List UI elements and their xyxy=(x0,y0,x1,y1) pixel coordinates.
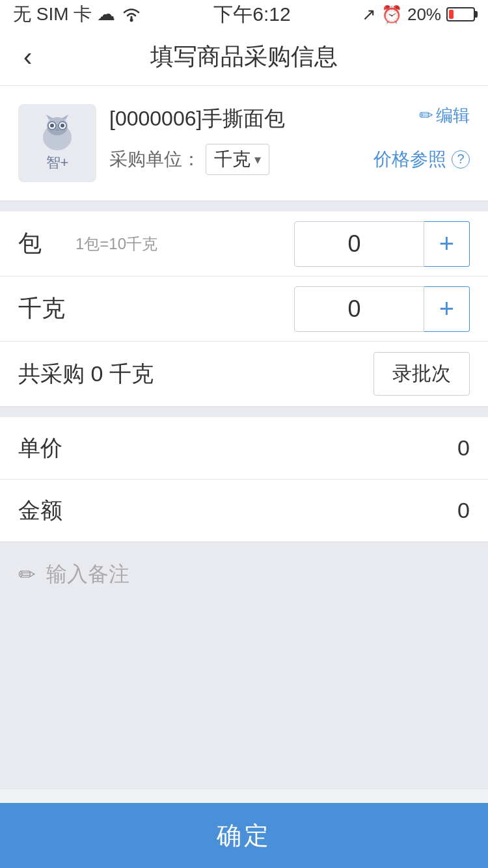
status-time: 下午6:12 xyxy=(213,1,290,28)
svg-point-0 xyxy=(130,19,133,22)
battery-percent: 20% xyxy=(407,5,441,25)
help-icon: ? xyxy=(452,150,470,169)
confirm-button[interactable]: 确定 xyxy=(0,803,488,868)
amount-row: 金额 0 xyxy=(0,480,488,542)
kg-plus-button[interactable]: + xyxy=(424,286,470,332)
page-title: 填写商品采购信息 xyxy=(150,41,338,73)
price-section: 单价 0 金额 0 xyxy=(0,417,488,542)
product-info: [0000006]手撕面包 ✏编辑 采购单位： 千克 ▾ 价格参照 ? xyxy=(109,104,470,175)
batch-button[interactable]: 录批次 xyxy=(373,352,470,396)
unit-price-row: 单价 0 xyxy=(0,417,488,480)
dropdown-arrow: ▾ xyxy=(254,152,261,167)
summary-text: 共采购 0 千克 xyxy=(18,359,154,389)
amount-value: 0 xyxy=(457,498,470,523)
note-section[interactable]: ✏ 输入备注 xyxy=(0,542,488,607)
unit-select[interactable]: 千克 ▾ xyxy=(206,144,269,175)
price-ref-button[interactable]: 价格参照 ? xyxy=(373,147,470,172)
separator-2 xyxy=(0,407,488,417)
kg-input-row: 千克 + xyxy=(0,277,488,342)
unit-price-label: 单价 xyxy=(18,433,62,463)
amount-label: 金额 xyxy=(18,496,62,526)
input-section: 包 1包=10千克 + 千克 + xyxy=(0,211,488,342)
product-logo-text: 智+ xyxy=(46,153,69,172)
owl-logo xyxy=(34,115,80,150)
svg-point-5 xyxy=(50,124,54,128)
content-body xyxy=(0,607,488,789)
sim-text: 无 SIM 卡 ☁ xyxy=(13,2,115,27)
status-right: ↗ ⏰ 20% xyxy=(362,5,475,25)
unit-label: 采购单位： xyxy=(109,147,200,172)
product-card: 智+ [0000006]手撕面包 ✏编辑 采购单位： 千克 ▾ 价格参照 ? xyxy=(0,86,488,201)
note-placeholder: 输入备注 xyxy=(46,560,129,589)
kg-label: 千克 xyxy=(18,293,70,325)
bag-label: 包 xyxy=(18,228,70,260)
bag-sublabel: 1包=10千克 xyxy=(75,234,157,254)
edit-button[interactable]: ✏编辑 xyxy=(419,104,470,127)
status-left: 无 SIM 卡 ☁ xyxy=(13,2,142,27)
product-name: [0000006]手撕面包 xyxy=(109,104,285,133)
kg-input-wrap: + xyxy=(294,286,470,332)
bag-input-wrap: + xyxy=(294,221,470,267)
unit-price-value: 0 xyxy=(457,435,470,461)
alarm-icon: ⏰ xyxy=(381,5,402,25)
bag-input-row: 包 1包=10千克 + xyxy=(0,211,488,277)
summary-row: 共采购 0 千克 录批次 xyxy=(0,342,488,407)
nav-bar: ‹ 填写商品采购信息 xyxy=(0,29,488,86)
bag-plus-button[interactable]: + xyxy=(424,221,470,267)
kg-input[interactable] xyxy=(294,286,424,332)
bag-input[interactable] xyxy=(294,221,424,267)
separator-1 xyxy=(0,201,488,211)
product-image: 智+ xyxy=(18,104,96,182)
pencil-icon: ✏ xyxy=(18,562,36,587)
status-bar: 无 SIM 卡 ☁ 下午6:12 ↗ ⏰ 20% xyxy=(0,0,488,29)
wifi-icon xyxy=(120,7,142,22)
battery-icon xyxy=(446,7,475,21)
location-icon: ↗ xyxy=(362,5,376,25)
svg-point-6 xyxy=(61,124,64,128)
back-button[interactable]: ‹ xyxy=(18,37,37,77)
